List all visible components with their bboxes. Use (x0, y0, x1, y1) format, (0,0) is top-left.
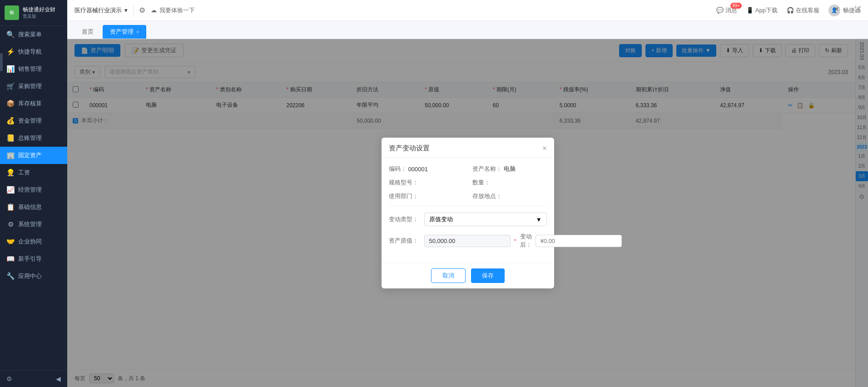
sidebar-item-cooperation[interactable]: 🤝 企业协同 (0, 233, 67, 250)
sidebar-item-label: 搜索菜单 (18, 30, 42, 39)
sidebar-item-apps[interactable]: 🔧 应用中心 (0, 268, 67, 285)
close-window-button[interactable]: ✕ (826, 0, 847, 18)
topbar-settings-icon[interactable]: ⚙ (139, 6, 145, 15)
apps-icon: 🔧 (6, 272, 15, 280)
field-code-value: 000001 (408, 166, 428, 173)
sidebar-item-purchase[interactable]: 🛒 采购管理 (0, 78, 67, 95)
sidebar-item-label: 企业协同 (18, 238, 42, 246)
sidebar-item-label: 固定资产 (18, 151, 42, 159)
sidebar: 畅 畅捷通好业财 普及版 🔍 搜索菜单 ⚡ 快捷导航 📊 销售管理 🛒 采购管理… (0, 0, 67, 387)
finance-icon: 💰 (6, 117, 15, 125)
field-name-value: 电脑 (504, 165, 516, 173)
after-change-input[interactable] (536, 235, 622, 247)
dialog-field-name: 资产名称： 电脑 (472, 165, 547, 173)
app-download-button[interactable]: 📱 App下载 (746, 6, 778, 15)
topbar-separator (133, 6, 134, 15)
field-spec-label: 规格型号： (389, 179, 418, 187)
sidebar-item-search[interactable]: 🔍 搜索菜单 (0, 26, 67, 43)
sales-icon: 📊 (6, 65, 15, 73)
notifications-badge: 99+ (730, 3, 742, 9)
system-icon: ⚙ (6, 220, 15, 228)
app-download-icon: 📱 (746, 7, 754, 14)
sidebar-item-guide[interactable]: 📖 新手引导 (0, 250, 67, 268)
tab-asset-label: 资产管理 (110, 28, 134, 36)
experience-text: 我要体验一下 (159, 6, 195, 15)
notifications-icon: 💬 (716, 7, 724, 14)
tab-close-icon[interactable]: × (136, 29, 139, 35)
content-area: 📄 资产明细 📝 变更生成凭证 对账 + 新增 批量操作 (67, 39, 868, 387)
inventory-icon: 📦 (6, 99, 15, 108)
online-service-button[interactable]: 🎧 在线客服 (787, 6, 819, 15)
app-logo: 畅 (5, 5, 19, 20)
dialog-field-code: 编码： 000001 (389, 165, 463, 173)
experience-cloud-icon: ☁ (151, 7, 157, 14)
dialog-header: 资产变动设置 × (382, 138, 554, 158)
sidebar-item-label: 总账管理 (18, 134, 42, 142)
dialog-field-quantity: 数量： (472, 179, 547, 187)
dialog-title: 资产变动设置 (389, 144, 430, 153)
company-name: 医疗器械行业演示 (74, 6, 122, 15)
sidebar-item-quicknav[interactable]: ⚡ 快捷导航 (0, 43, 67, 60)
company-dropdown-icon: ▾ (124, 7, 128, 14)
app-download-label: App下载 (755, 6, 778, 15)
ledger-icon: 📒 (6, 134, 15, 142)
quicknav-icon: ⚡ (6, 48, 15, 56)
asset-change-dialog: 资产变动设置 × 编码： 000001 资产名称： 电脑 (382, 138, 554, 288)
after-change-label: 变动后： (520, 233, 532, 249)
management-icon: 📈 (6, 186, 15, 194)
sidebar-item-label: 工资 (18, 169, 30, 177)
dialog-field-dept: 使用部门： (389, 192, 463, 200)
app-title-block: 畅捷通好业财 普及版 (23, 6, 55, 20)
modal-overlay: 资产变动设置 × 编码： 000001 资产名称： 电脑 (67, 39, 868, 387)
sidebar-item-label: 经营管理 (18, 186, 42, 194)
dialog-info-row-3: 使用部门： 存放地点： (389, 192, 547, 200)
dialog-info-row-2: 规格型号： 数量： (389, 179, 547, 187)
sidebar-item-label: 应用中心 (18, 272, 42, 280)
sidebar-item-basic-info[interactable]: 📋 基础信息 (0, 198, 67, 216)
dialog-footer: 取消 保存 (382, 263, 554, 288)
sidebar-item-fixed-assets[interactable]: 🏢 固定资产 (0, 147, 67, 164)
sidebar-item-label: 系统管理 (18, 220, 42, 228)
sidebar-item-finance[interactable]: 💰 资金管理 (0, 112, 67, 129)
change-type-label: 变动类型： (389, 215, 421, 223)
field-code-label: 编码： (389, 165, 407, 173)
cancel-button[interactable]: 取消 (431, 268, 466, 283)
sidebar-item-sales[interactable]: 📊 销售管理 (0, 60, 67, 78)
sidebar-item-ledger[interactable]: 📒 总账管理 (0, 129, 67, 147)
guide-icon: 📖 (6, 255, 15, 263)
settings-footer-icon[interactable]: ⚙ (6, 375, 12, 382)
sidebar-item-inventory[interactable]: 📦 库存核算 (0, 95, 67, 112)
field-quantity-label: 数量： (472, 179, 490, 187)
field-dept-label: 使用部门： (389, 192, 418, 200)
maximize-window-button[interactable]: ⛶ (847, 0, 868, 18)
change-type-arrow-icon: ▼ (536, 216, 542, 223)
sidebar-scroll-thumb (0, 53, 3, 71)
sidebar-item-system[interactable]: ⚙ 系统管理 (0, 216, 67, 233)
original-value-input[interactable] (424, 235, 511, 247)
online-service-icon: 🎧 (787, 7, 794, 14)
payroll-icon: 👷 (6, 169, 15, 177)
online-service-label: 在线客服 (796, 6, 819, 15)
dialog-field-spec: 规格型号： (389, 179, 463, 187)
experience-button[interactable]: ☁ 我要体验一下 (151, 6, 195, 15)
sidebar-item-label: 销售管理 (18, 65, 42, 73)
sidebar-item-payroll[interactable]: 👷 工资 (0, 164, 67, 181)
sidebar-item-management[interactable]: 📈 经营管理 (0, 181, 67, 198)
notifications-button[interactable]: 💬 消息 99+ (716, 6, 737, 15)
required-star: * (514, 238, 516, 244)
collapse-sidebar-button[interactable]: ◀ (56, 375, 61, 382)
main-area: 医疗器械行业演示 ▾ ⚙ ☁ 我要体验一下 💬 消息 99+ 📱 App下载 🎧… (67, 0, 868, 387)
tab-home-label: 首页 (82, 28, 94, 36)
sidebar-scroll: 🔍 搜索菜单 ⚡ 快捷导航 📊 销售管理 🛒 采购管理 📦 库存核算 💰 资金管… (0, 26, 67, 370)
change-type-select[interactable]: 原值变动 ▼ (424, 213, 547, 226)
save-button[interactable]: 保存 (471, 268, 505, 283)
sidebar-item-label: 库存核算 (18, 99, 42, 108)
basic-info-icon: 📋 (6, 203, 15, 211)
cooperation-icon: 🤝 (6, 238, 15, 246)
dialog-close-button[interactable]: × (542, 144, 546, 153)
tab-asset-management[interactable]: 资产管理 × (103, 25, 146, 39)
sidebar-item-label: 新手引导 (18, 255, 42, 263)
tab-home[interactable]: 首页 (74, 25, 101, 39)
sidebar-header: 畅 畅捷通好业财 普及版 (0, 0, 67, 26)
company-selector[interactable]: 医疗器械行业演示 ▾ (74, 6, 128, 15)
